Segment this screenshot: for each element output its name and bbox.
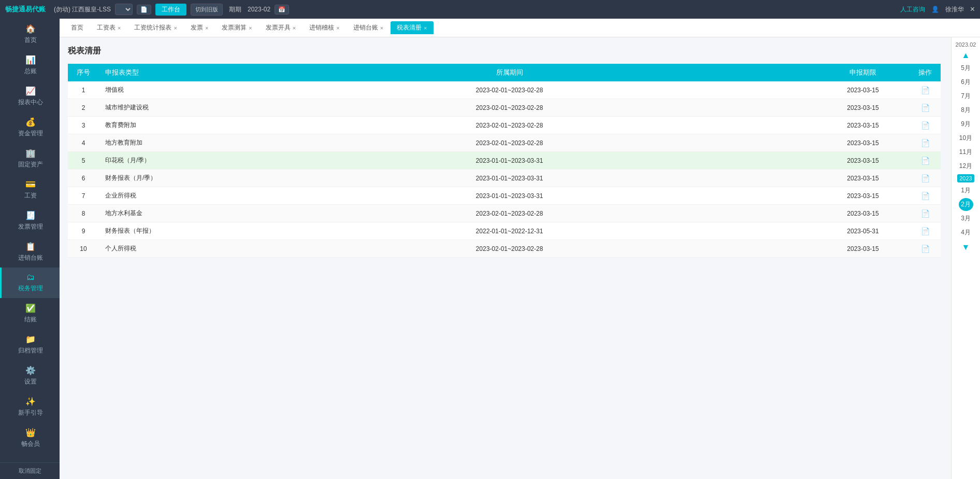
guide-icon: ✨ (25, 397, 36, 406)
sidebar-label-invoice: 发票管理 (18, 222, 43, 231)
tab-invoice-calc-close[interactable]: × (249, 25, 252, 31)
cell-deadline: 2023-03-15 (816, 99, 910, 117)
cell-type: 地方教育附加 (99, 134, 203, 152)
sidebar-label-member: 畅会员 (21, 440, 40, 448)
sidebar-item-home[interactable]: 🏠 首页 (0, 19, 60, 50)
date-nav-down-btn[interactable]: ▼ (961, 242, 971, 253)
action-icon[interactable]: 📄 (921, 227, 930, 235)
top-close-btn[interactable]: × (970, 5, 975, 14)
date-month-1[interactable]: 1月 (955, 184, 977, 197)
date-month-10[interactable]: 10月 (955, 132, 977, 145)
sidebar-item-report-center[interactable]: 📈 报表中心 (0, 81, 60, 112)
doc-icon-btn[interactable]: 📄 (137, 5, 151, 15)
cell-action[interactable]: 📄 (910, 187, 941, 205)
work-station-btn[interactable]: 工作台 (155, 4, 186, 16)
company-selector[interactable] (115, 4, 133, 15)
sidebar-unpin-btn[interactable]: 取消固定 (0, 462, 60, 479)
cell-deadline: 2023-03-15 (816, 134, 910, 152)
cell-action[interactable]: 📄 (910, 99, 941, 117)
tab-salary-table[interactable]: 工资表 × (91, 21, 127, 34)
date-month-4[interactable]: 4月 (955, 226, 977, 239)
cell-type: 财务报表（年报） (99, 222, 203, 240)
col-header-deadline: 申报期限 (816, 64, 910, 81)
cell-action[interactable]: 📄 (910, 81, 941, 99)
cell-action[interactable]: 📄 (910, 240, 941, 258)
sidebar-label-settings: 设置 (24, 377, 37, 386)
cell-no: 3 (68, 117, 99, 134)
sidebar-label-ledger: 总账 (24, 67, 37, 76)
date-month-3[interactable]: 3月 (955, 212, 977, 225)
calendar-icon-btn[interactable]: 📅 (275, 5, 289, 15)
sidebar-item-member[interactable]: 👑 畅会员 (0, 422, 60, 454)
period-label: 期期 (229, 5, 241, 14)
sidebar-item-ledger[interactable]: 📊 总账 (0, 50, 60, 81)
table-row: 5 印花税（月/季） 2023-01-01~2023-03-31 2023-03… (68, 152, 941, 170)
sidebar-item-invoice[interactable]: 🧾 发票管理 (0, 205, 60, 236)
tab-invoice[interactable]: 发票 × (184, 21, 214, 34)
sidebar-item-sales-ledger[interactable]: 📋 进销台账 (0, 236, 60, 267)
date-year-2023[interactable]: 2023 (957, 174, 974, 182)
cell-action[interactable]: 📄 (910, 205, 941, 222)
sidebar-item-close-account[interactable]: ✅ 结账 (0, 298, 60, 329)
cell-action[interactable]: 📄 (910, 170, 941, 187)
cell-action[interactable]: 📄 (910, 117, 941, 134)
salary-icon: 💳 (25, 179, 36, 189)
date-nav-up-btn[interactable]: ▲ (961, 50, 971, 61)
date-month-11[interactable]: 11月 (955, 146, 977, 159)
sidebar-label-close: 结账 (24, 315, 37, 324)
action-icon[interactable]: 📄 (921, 104, 930, 112)
cell-deadline: 2023-03-15 (816, 187, 910, 205)
tab-home[interactable]: 首页 (65, 21, 90, 34)
page-title: 税表清册 (68, 46, 101, 57)
action-icon[interactable]: 📄 (921, 209, 930, 218)
tab-sales-audit-close[interactable]: × (336, 25, 339, 31)
cell-no: 2 (68, 99, 99, 117)
date-month-2-active[interactable]: 2月 (959, 198, 973, 211)
sidebar-item-fund[interactable]: 💰 资金管理 (0, 112, 60, 143)
cell-period: 2023-02-01~2023-02-28 (203, 205, 816, 222)
action-icon[interactable]: 📄 (921, 245, 930, 253)
action-icon[interactable]: 📄 (921, 157, 930, 165)
tab-tax-list-close[interactable]: × (424, 25, 427, 31)
date-month-8[interactable]: 8月 (955, 104, 977, 117)
tab-tax-list[interactable]: 税表清册 × (391, 21, 433, 34)
date-month-9[interactable]: 9月 (955, 118, 977, 131)
table-row: 8 地方水利基金 2023-02-01~2023-02-28 2023-03-1… (68, 205, 941, 222)
sidebar-item-guide[interactable]: ✨ 新手引导 (0, 391, 60, 422)
action-icon[interactable]: 📄 (921, 121, 930, 130)
tab-salary-stats[interactable]: 工资统计报表 × (128, 21, 183, 34)
action-icon[interactable]: 📄 (921, 139, 930, 147)
switch-old-btn[interactable]: 切到旧版 (191, 4, 223, 16)
tab-sales-ledger[interactable]: 进销台账 × (347, 21, 390, 34)
sidebar-item-salary[interactable]: 💳 工资 (0, 174, 60, 205)
date-month-6[interactable]: 6月 (955, 76, 977, 89)
action-icon[interactable]: 📄 (921, 86, 930, 94)
cell-action[interactable]: 📄 (910, 222, 941, 240)
action-icon[interactable]: 📄 (921, 174, 930, 182)
sidebar-item-tax[interactable]: 🗂 税务管理 (0, 267, 60, 298)
tab-invoice-open[interactable]: 发票开具 × (260, 21, 302, 34)
human-service[interactable]: 人工咨询 (900, 5, 925, 14)
tab-sales-audit[interactable]: 进销稽核 × (303, 21, 345, 34)
tab-invoice-open-close[interactable]: × (293, 25, 296, 31)
tab-salary-stats-close[interactable]: × (174, 25, 177, 31)
action-icon[interactable]: 📄 (921, 192, 930, 200)
sales-ledger-icon: 📋 (25, 242, 36, 251)
sidebar-item-settings[interactable]: ⚙️ 设置 (0, 360, 60, 391)
date-month-12[interactable]: 12月 (955, 160, 977, 173)
sidebar-item-archive[interactable]: 📁 归档管理 (0, 329, 60, 360)
date-month-5[interactable]: 5月 (955, 62, 977, 75)
tab-invoice-close[interactable]: × (205, 25, 208, 31)
tab-sales-ledger-close[interactable]: × (380, 25, 383, 31)
app-logo: 畅捷通易代账 (5, 5, 46, 14)
tab-invoice-calc[interactable]: 发票测算 × (215, 21, 258, 34)
cell-action[interactable]: 📄 (910, 134, 941, 152)
sidebar-item-assets[interactable]: 🏢 固定资产 (0, 143, 60, 174)
top-bar-right: 人工咨询 👤 徐淮华 × (900, 5, 975, 14)
home-icon: 🏠 (25, 24, 36, 34)
archive-icon: 📁 (25, 334, 36, 344)
sidebar: 🏠 首页 📊 总账 📈 报表中心 💰 资金管理 🏢 固定资产 💳 工资 🧾 发票… (0, 19, 60, 479)
date-month-7[interactable]: 7月 (955, 90, 977, 103)
cell-action[interactable]: 📄 (910, 152, 941, 170)
tab-salary-close[interactable]: × (118, 25, 121, 31)
